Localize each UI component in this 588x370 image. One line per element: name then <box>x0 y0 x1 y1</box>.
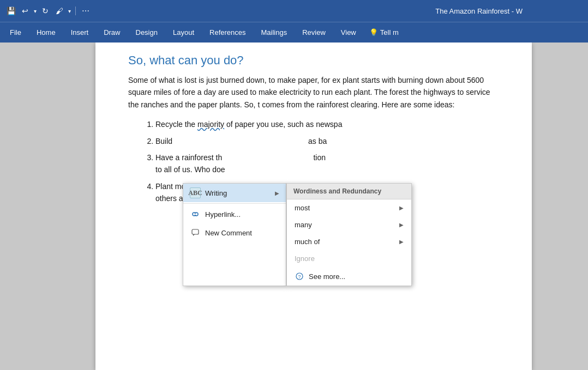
sub-item-much-of[interactable]: much of ▶ <box>287 233 411 250</box>
sub-menu-header: Wordiness and Redundancy <box>287 184 411 199</box>
ctx-separator-1 <box>183 203 286 204</box>
left-gutter <box>0 43 95 370</box>
title-bar: 💾 ↩ ▾ ↻ 🖌 ▾ ⋯ The Amazon Rainforest - W <box>0 0 588 22</box>
comment-icon <box>190 227 201 238</box>
doc-heading: So, what can you do? <box>128 53 499 68</box>
sub-item-many-label: many <box>295 221 312 229</box>
ctx-writing-label: Writing <box>205 189 271 197</box>
svg-marker-4 <box>193 234 195 236</box>
sub-item-most[interactable]: most ▶ <box>287 199 411 216</box>
list-item: Recycle the majority of paper you use, s… <box>155 118 499 130</box>
menu-review[interactable]: Review <box>295 22 333 43</box>
format-painter-icon[interactable]: 🖌 <box>54 5 65 16</box>
menu-references[interactable]: References <box>202 22 253 43</box>
menu-mailings[interactable]: Mailings <box>254 22 295 43</box>
ctx-writing[interactable]: ABC Writing ▶ <box>183 184 286 202</box>
undo-dropdown[interactable]: ▾ <box>34 8 37 14</box>
tell-me-label: Tell m <box>380 28 399 37</box>
sub-item-see-more-label: See more... <box>309 272 345 281</box>
sub-item-see-more[interactable]: ? See more... <box>287 267 411 286</box>
sub-arrow-most: ▶ <box>399 205 404 211</box>
lightbulb-icon: 💡 <box>369 28 378 37</box>
ctx-new-comment-label: New Comment <box>205 229 279 237</box>
title-text: The Amazon Rainforest - W <box>435 7 523 15</box>
menu-design[interactable]: Design <box>128 22 165 43</box>
window-title: The Amazon Rainforest - W <box>435 0 588 22</box>
menu-draw[interactable]: Draw <box>96 22 128 43</box>
redo-icon[interactable]: ↻ <box>40 5 51 16</box>
customize-icon[interactable]: ⋯ <box>80 5 91 16</box>
menu-view[interactable]: View <box>333 22 364 43</box>
svg-rect-3 <box>192 229 199 234</box>
hyperlink-icon <box>190 209 201 220</box>
svg-text:?: ? <box>298 274 301 280</box>
doc-paragraph: Some of what is lost is just burned down… <box>128 74 499 111</box>
sub-item-many[interactable]: many ▶ <box>287 216 411 233</box>
ctx-hyperlink[interactable]: Hyperlink... <box>183 205 286 223</box>
svg-rect-2 <box>194 214 196 215</box>
document-page[interactable]: So, what can you do? Some of what is los… <box>95 43 532 370</box>
sub-item-see-more-row: ? See more... <box>295 271 345 281</box>
save-icon[interactable]: 💾 <box>5 5 16 16</box>
context-menu: ABC Writing ▶ Hyperlink... <box>183 183 286 286</box>
menu-file[interactable]: File <box>2 22 29 43</box>
menu-layout[interactable]: Layout <box>165 22 202 43</box>
title-bar-left: 💾 ↩ ▾ ↻ 🖌 ▾ ⋯ <box>5 5 91 16</box>
tell-me[interactable]: 💡 Tell m <box>364 22 404 43</box>
sub-item-much-of-label: much of <box>295 238 320 246</box>
menu-bar: File Home Insert Draw Design Layout Refe… <box>0 22 588 43</box>
right-gutter <box>532 43 588 370</box>
ctx-hyperlink-label: Hyperlink... <box>205 210 279 219</box>
see-more-icon: ? <box>295 271 304 281</box>
sub-item-ignore-label: Ignore <box>295 254 315 263</box>
format-painter-dropdown[interactable]: ▾ <box>68 8 71 14</box>
menu-insert[interactable]: Insert <box>63 22 97 43</box>
ctx-new-comment[interactable]: New Comment <box>183 223 286 242</box>
toolbar-divider <box>75 7 76 15</box>
sub-item-ignore[interactable]: Ignore <box>287 250 411 267</box>
ctx-writing-arrow: ▶ <box>275 190 279 196</box>
underlined-word: majority <box>197 120 224 129</box>
menu-home[interactable]: Home <box>29 22 63 43</box>
writing-icon: ABC <box>190 187 201 198</box>
sub-item-most-label: most <box>295 204 310 212</box>
sub-menu: Wordiness and Redundancy most ▶ many ▶ m… <box>286 183 412 286</box>
sub-arrow-many: ▶ <box>399 222 404 228</box>
document-area: So, what can you do? Some of what is los… <box>0 43 588 370</box>
undo-icon[interactable]: ↩ <box>20 5 31 16</box>
list-item: Have a rainforest th tionto all of us. W… <box>155 151 499 176</box>
context-menu-container: ABC Writing ▶ Hyperlink... <box>183 183 412 286</box>
sub-arrow-much-of: ▶ <box>399 239 404 245</box>
list-item: Build as ba <box>155 135 499 147</box>
